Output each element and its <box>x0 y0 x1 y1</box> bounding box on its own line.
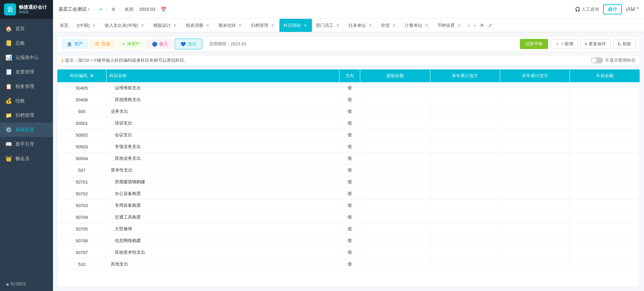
table-row[interactable]: 50702 办公设备购置 借 <box>57 188 640 200</box>
sub-tab-asset[interactable]: 🏦 资产 <box>61 39 88 49</box>
table-row[interactable]: 50503 专项业务支出 借 <box>57 141 640 153</box>
table-row[interactable]: 510 其他支出 借 <box>57 258 640 270</box>
tab-archivemgr-close[interactable]: ✕ <box>270 23 275 28</box>
cell-yr-cr <box>500 223 570 235</box>
tab-yearend[interactable]: 期末结转 ✕ <box>214 19 247 32</box>
settings-icon2[interactable]: ⚙ <box>111 7 115 12</box>
cell-yr-dr <box>430 258 500 270</box>
sub-tab-net-asset[interactable]: ≡ 净资产 <box>117 39 145 49</box>
table-row[interactable]: 50501 培训支出 借 <box>57 117 640 129</box>
cell-yr-dr <box>430 117 500 129</box>
liability-icon: 负 <box>95 41 99 47</box>
tab-period-close[interactable]: ✕ <box>92 23 96 28</box>
tab-dept-close[interactable]: ✕ <box>335 23 340 28</box>
table-row[interactable]: 50706 信息网络购建 借 <box>57 235 640 247</box>
tab-income-close[interactable]: ✕ <box>140 23 145 28</box>
col-settings-icon[interactable]: ⚙ <box>90 73 94 78</box>
sidebar-item-tax[interactable]: 📋 税务管理 <box>0 79 53 94</box>
cell-yr-bal <box>570 200 640 211</box>
table-row[interactable]: 50707 其他资本性支出 借 <box>57 247 640 258</box>
tab-unit-close[interactable]: ✕ <box>424 23 429 28</box>
add-project-btn[interactable]: + <box>99 6 102 12</box>
more-button[interactable]: ≡ 更多操作 <box>580 39 610 49</box>
table-row[interactable]: 50504 其他业务支出 借 <box>57 153 640 164</box>
income-icon: 🔵 <box>152 42 157 47</box>
tab-template-close[interactable]: ✕ <box>173 23 177 28</box>
table-row[interactable]: 50701 房屋建筑物购建 借 <box>57 176 640 188</box>
sidebar-item-archive[interactable]: 📁 归档管理 <box>0 108 53 123</box>
sub-tab-expense[interactable]: 💙 支出 <box>175 39 202 49</box>
tab-archivemgr[interactable]: 归档管理 ✕ <box>247 19 279 32</box>
table-row[interactable]: 50705 大型修缮 借 <box>57 223 640 235</box>
content-area: 🏦 资产 负 负债 ≡ 净资产 🔵 收入 💙 支出 启用期间：2023.03 试… <box>53 32 644 291</box>
cell-yr-dr <box>430 94 500 106</box>
sidebar-item-ledger[interactable]: 📒 总账 <box>0 36 53 50</box>
account-btn[interactable]: 会计 <box>603 4 622 14</box>
tab-expand[interactable]: ⤢ <box>486 22 494 29</box>
cell-yr-cr <box>500 164 570 176</box>
dropdown-icon[interactable]: ▾ <box>88 7 90 12</box>
main-area: 基层工会测试 ▾ | + | ⚙ | 账期 2023-03 📅 🎧 人工咨询 会… <box>53 0 644 291</box>
table-row[interactable]: 50704 交通工具购置 借 <box>57 211 640 223</box>
tab-income[interactable]: 收入支出表(年报) ✕ <box>101 19 149 32</box>
sub-tab-liability[interactable]: 负 负债 <box>90 39 115 49</box>
table-row[interactable]: 50405 运维维权支出 借 <box>57 82 640 94</box>
cell-period <box>360 188 430 200</box>
cell-yr-bal <box>570 117 640 129</box>
disabled-toggle-switch[interactable] <box>591 57 603 63</box>
tab-inventory-label: 存货 <box>381 22 390 29</box>
tab-inventory[interactable]: 存货 ✕ <box>377 19 401 32</box>
tab-close-all[interactable]: ✕ <box>478 22 486 29</box>
tab-scroll-left[interactable]: ‹ <box>466 22 472 29</box>
tab-dept[interactable]: 部门员工 ✕ <box>312 19 344 32</box>
sidebar-item-home[interactable]: 🏠 首页 <box>0 21 53 36</box>
balance-button[interactable]: 试算平衡 <box>520 39 548 49</box>
cell-yr-bal <box>570 153 640 164</box>
tab-period[interactable]: t(中期) ✕ <box>73 19 101 32</box>
add-button[interactable]: ＋ + 新增 <box>551 39 578 49</box>
refresh-button[interactable]: ↻ 刷新 <box>613 39 636 49</box>
sidebar-pin-toggle[interactable]: ◀ 取消固定 <box>0 277 53 291</box>
add-icon: ＋ <box>555 41 559 47</box>
tab-inventory-close[interactable]: ✕ <box>392 23 396 28</box>
cell-yr-cr <box>500 200 570 211</box>
support-btn[interactable]: 🎧 人工咨询 <box>575 6 599 12</box>
cell-dir: 借 <box>339 176 360 188</box>
cell-code: 50405 <box>57 82 106 94</box>
calendar-icon[interactable]: 📅 <box>161 7 166 12</box>
tab-taxform-close[interactable]: ✕ <box>205 23 210 28</box>
sidebar-item-settings[interactable]: ⚙️ 基础设置 <box>0 123 53 137</box>
tab-home[interactable]: 首页 <box>56 19 73 32</box>
sidebar-item-newbie[interactable]: 📖 新手引导 <box>0 137 53 151</box>
tab-customer[interactable]: 往来单位 ✕ <box>344 19 377 32</box>
sidebar-item-member[interactable]: 👑 畅会员 <box>0 151 53 166</box>
tab-kemu[interactable]: 科目期初 ✕ <box>279 19 312 32</box>
tab-currency-close[interactable]: ✕ <box>457 23 462 28</box>
tab-unit[interactable]: 计量单位 ✕ <box>401 19 433 32</box>
tab-taxform[interactable]: 税表清册 ✕ <box>182 19 214 32</box>
sidebar-label-settings: 基础设置 <box>15 127 34 133</box>
cell-code: 50702 <box>57 188 106 200</box>
tab-template[interactable]: 模版设计 ✕ <box>149 19 182 32</box>
table-scroll-area[interactable]: 科目编码 ⚙ 科目名称 方向 期初余额 本年累计借方 本年累计贷方 年初余额 <box>57 69 640 287</box>
settle-icon: 💰 <box>5 98 12 104</box>
cell-dir: 借 <box>339 164 360 176</box>
ledger-icon: 📒 <box>5 40 12 46</box>
tab-scroll-right[interactable]: › <box>472 22 477 29</box>
table-row[interactable]: 50406 其他维权支出 借 <box>57 94 640 106</box>
cell-yr-dr <box>430 200 500 211</box>
table-row[interactable]: 507 资本性支出 借 <box>57 164 640 176</box>
sidebar-item-report[interactable]: 📊 云报表中心 <box>0 50 53 65</box>
asset-icon: 🏦 <box>67 42 72 47</box>
tab-yearend-close[interactable]: ✕ <box>238 23 243 28</box>
cell-yr-bal <box>570 82 640 94</box>
tab-customer-close[interactable]: ✕ <box>368 23 373 28</box>
sidebar-item-settle[interactable]: 💰 结账 <box>0 94 53 108</box>
tab-currency[interactable]: 币种设置 ✕ <box>433 19 466 32</box>
sub-tab-income[interactable]: 🔵 收入 <box>147 39 173 49</box>
table-row[interactable]: 50703 专用设备购置 借 <box>57 200 640 211</box>
table-row[interactable]: 50502 会议支出 借 <box>57 129 640 141</box>
table-row[interactable]: 505 业务支出 借 <box>57 106 640 117</box>
sidebar-item-invoice[interactable]: 🧾 发票管理 <box>0 65 53 79</box>
tab-kemu-close[interactable]: ✕ <box>303 23 308 28</box>
